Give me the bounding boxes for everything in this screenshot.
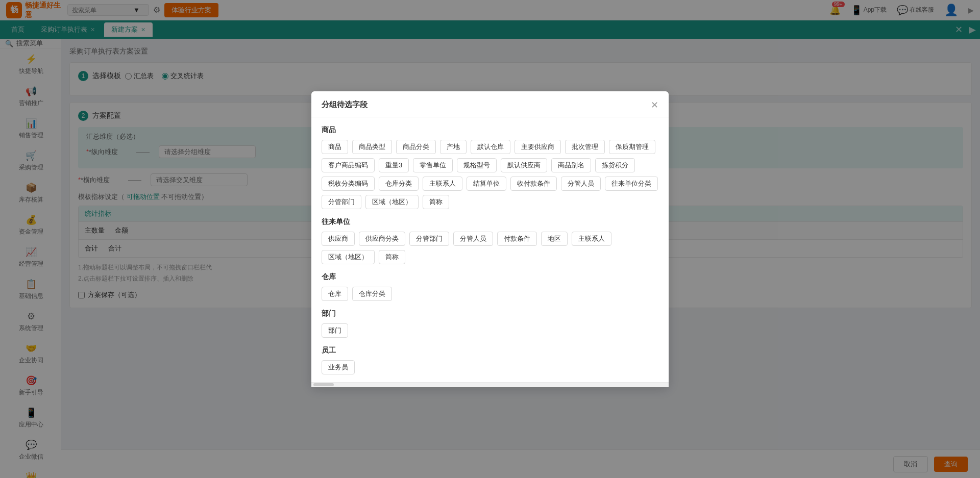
- field-tag-tax-code[interactable]: 税收分类编码: [322, 177, 375, 191]
- modal-header: 分组待选字段 ✕: [311, 91, 669, 117]
- field-tag-goods-alias[interactable]: 商品别名: [551, 158, 591, 172]
- section-department-tags: 部门: [322, 323, 658, 338]
- modal-title: 分组待选字段: [322, 100, 368, 110]
- field-tag-department[interactable]: 部门: [322, 323, 348, 338]
- field-tag-dept[interactable]: 分管部门: [322, 195, 361, 209]
- section-warehouse: 仓库 仓库 仓库分类: [322, 272, 658, 301]
- section-employee: 员工 业务员: [322, 346, 658, 374]
- modal-hscroll-thumb[interactable]: [313, 383, 334, 386]
- section-employee-tags: 业务员: [322, 360, 658, 374]
- field-tag-batch-mgmt[interactable]: 批次管理: [565, 140, 605, 154]
- field-tag-goods-type[interactable]: 商品类型: [352, 140, 392, 154]
- field-tag-goods[interactable]: 商品: [322, 140, 348, 154]
- field-tag-expiry-mgmt[interactable]: 保质期管理: [609, 140, 655, 154]
- section-partner-tags: 供应商 供应商分类 分管部门 分管人员 付款条件 地区 主联系人 区域（地区） …: [322, 232, 658, 264]
- section-warehouse-title: 仓库: [322, 272, 658, 282]
- field-tag-warehouse[interactable]: 仓库: [322, 287, 348, 301]
- field-tag-partner-dept[interactable]: 分管部门: [409, 232, 449, 246]
- field-tag-partner-area[interactable]: 区域（地区）: [322, 250, 375, 264]
- field-select-modal: 分组待选字段 ✕ 商品 商品 商品类型 商品分类 产地 默认仓库 主要供应商 批…: [311, 91, 669, 387]
- field-tag-main-contact[interactable]: 主联系人: [423, 177, 462, 191]
- modal-overlay: 分组待选字段 ✕ 商品 商品 商品类型 商品分类 产地 默认仓库 主要供应商 批…: [0, 0, 980, 478]
- field-tag-main-supplier[interactable]: 主要供应商: [514, 140, 561, 154]
- section-partner-title: 往来单位: [322, 217, 658, 227]
- field-tag-partner-region[interactable]: 地区: [541, 232, 568, 246]
- field-tag-partner-short[interactable]: 简称: [379, 250, 405, 264]
- field-tag-origin[interactable]: 产地: [440, 140, 467, 154]
- field-tag-warehouse-cat[interactable]: 仓库分类: [352, 287, 392, 301]
- section-goods: 商品 商品 商品类型 商品分类 产地 默认仓库 主要供应商 批次管理 保质期管理…: [322, 125, 658, 209]
- section-employee-title: 员工: [322, 346, 658, 355]
- section-warehouse-tags: 仓库 仓库分类: [322, 287, 658, 301]
- field-tag-goods-category[interactable]: 商品分类: [396, 140, 436, 154]
- field-tag-default-warehouse[interactable]: 默认仓库: [471, 140, 510, 154]
- field-tag-salesperson[interactable]: 业务员: [322, 360, 355, 374]
- field-tag-settlement-unit[interactable]: 结算单位: [467, 177, 506, 191]
- field-tag-supplier[interactable]: 供应商: [322, 232, 355, 246]
- field-tag-partner-contact[interactable]: 主联系人: [572, 232, 611, 246]
- field-tag-short-name[interactable]: 简称: [423, 195, 449, 209]
- modal-body[interactable]: 商品 商品 商品类型 商品分类 产地 默认仓库 主要供应商 批次管理 保质期管理…: [311, 117, 669, 382]
- field-tag-weight3[interactable]: 重量3: [379, 158, 409, 172]
- modal-close-btn[interactable]: ✕: [651, 99, 658, 111]
- field-tag-customer-code[interactable]: 客户商品编码: [322, 158, 375, 172]
- field-tag-default-supplier[interactable]: 默认供应商: [501, 158, 547, 172]
- field-tag-warehouse-category[interactable]: 仓库分类: [379, 177, 419, 191]
- field-tag-pick-score[interactable]: 拣货积分: [595, 158, 635, 172]
- section-goods-title: 商品: [322, 125, 658, 135]
- field-tag-supplier-category[interactable]: 供应商分类: [359, 232, 405, 246]
- section-department-title: 部门: [322, 309, 658, 318]
- field-tag-partner-manager[interactable]: 分管人员: [453, 232, 493, 246]
- modal-hscrollbar[interactable]: [311, 382, 669, 387]
- field-tag-partner-category[interactable]: 往来单位分类: [605, 177, 658, 191]
- section-goods-tags: 商品 商品类型 商品分类 产地 默认仓库 主要供应商 批次管理 保质期管理 客户…: [322, 140, 658, 209]
- field-tag-manager[interactable]: 分管人员: [561, 177, 601, 191]
- field-tag-region[interactable]: 区域（地区）: [365, 195, 419, 209]
- field-tag-payment-terms[interactable]: 收付款条件: [510, 177, 557, 191]
- section-department: 部门 部门: [322, 309, 658, 338]
- field-tag-retail-unit[interactable]: 零售单位: [413, 158, 453, 172]
- field-tag-partner-payment[interactable]: 付款条件: [497, 232, 537, 246]
- section-partner: 往来单位 供应商 供应商分类 分管部门 分管人员 付款条件 地区 主联系人 区域…: [322, 217, 658, 264]
- field-tag-spec-model[interactable]: 规格型号: [457, 158, 497, 172]
